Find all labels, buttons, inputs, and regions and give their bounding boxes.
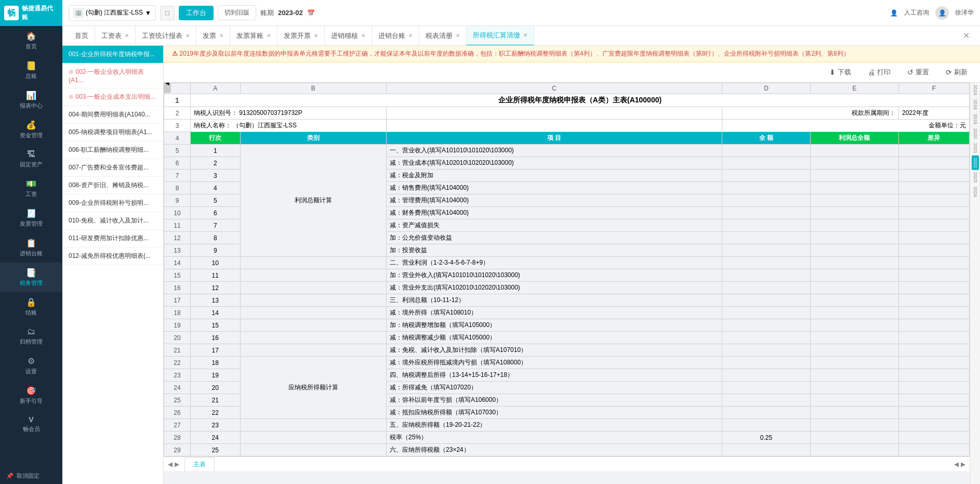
xingci-11: 11 — [190, 269, 240, 282]
sidebar-item-archive[interactable]: 🗂 归档管理 — [0, 322, 62, 351]
tab-invoice-close[interactable]: ✕ — [219, 33, 223, 38]
download-icon: ⬇ — [829, 68, 836, 76]
left-item-004[interactable]: 004-期间费用明细表(A1040... — [62, 106, 163, 124]
sidebar-item-ledger[interactable]: 📒 总账 — [0, 56, 62, 85]
chayi-22 — [898, 407, 969, 419]
error-icon-003: ⊙ — [69, 93, 75, 100]
archive-icon: 🗂 — [27, 327, 35, 336]
left-item-009[interactable]: 009-企业所得税附补亏损明... — [62, 194, 163, 212]
timeline-2020[interactable]: 2020 — [972, 126, 979, 141]
sidebar-item-sales[interactable]: 📋 进销台账 — [0, 233, 62, 263]
tab-sales-ledger[interactable]: 进销台账 ✕ — [372, 26, 419, 46]
chayi-4 — [898, 182, 969, 194]
sidebar-item-assets[interactable]: 💰 资金管理 — [0, 115, 62, 145]
tab-tax-clear[interactable]: 税表清册 ✕ — [419, 26, 467, 46]
tab-payroll[interactable]: 工资表 ✕ — [95, 26, 136, 46]
currency-label-cell: 金额单位：元 — [722, 120, 969, 132]
pin-toggle[interactable]: 📌 取消固定 — [0, 468, 62, 484]
left-item-003[interactable]: ⊙ 003-一般企业成本支出明细... — [62, 88, 163, 106]
tab-sales-check-close[interactable]: ✕ — [361, 33, 365, 38]
sidebar-item-fixed[interactable]: 🏗 固定资产 — [0, 145, 62, 174]
sidebar-item-vip[interactable]: V 畅会员 — [0, 410, 62, 438]
col-header-c: C — [387, 83, 722, 94]
calendar-icon[interactable]: 📅 — [307, 9, 315, 17]
left-item-008[interactable]: 008-资产折旧、摊销及纳税... — [62, 177, 163, 194]
sidebar-item-invoice[interactable]: 🧾 发票管理 — [0, 203, 62, 233]
company-selector[interactable]: 🏢 (勾删) 江西服宝-LSS ▼ — [69, 5, 156, 21]
tab-invoice-open[interactable]: 发票开票 ✕ — [277, 26, 325, 46]
sheet-title: 企业所得税年度纳税申报表（A类）主表(A100000) — [498, 96, 661, 104]
collapse-button[interactable]: ◀ — [164, 83, 171, 93]
quane-22 — [722, 407, 810, 419]
tab-invoice[interactable]: 发票 ✕ — [196, 26, 230, 46]
timeline-2021[interactable]: 2021 — [972, 141, 979, 155]
tab-income-tax[interactable]: 所得税汇算清缴 ✕ — [467, 26, 534, 46]
row-num-9: 9 — [164, 194, 191, 207]
workbench-button[interactable]: 工作台 — [179, 6, 214, 20]
scroll-right-button[interactable]: ▶ — [961, 461, 965, 468]
tab-home[interactable]: 首页 — [69, 26, 95, 46]
tab-invoice-calc-close[interactable]: ✕ — [267, 33, 271, 38]
sidebar-item-tax[interactable]: 📑 税务管理 — [0, 263, 62, 292]
tab-sales-ledger-close[interactable]: ✕ — [408, 33, 413, 38]
timeline-2022[interactable]: 2022 — [972, 155, 979, 170]
tab-tax-clear-close[interactable]: ✕ — [456, 33, 460, 38]
quane-20 — [722, 382, 810, 394]
download-button[interactable]: ⬇ 下载 — [825, 66, 855, 79]
sheet-main[interactable]: ◀ A B C D E F — [164, 83, 970, 484]
left-item-006[interactable]: 006-职工薪酬纳税调整明细... — [62, 141, 163, 159]
window-close-button[interactable]: ✕ — [959, 31, 974, 41]
next-sheet-button[interactable]: ▶ — [175, 461, 179, 468]
xiangmu-5: 减：管理费用(填写A104000) — [387, 194, 722, 207]
sidebar-item-settings[interactable]: ⚙ 设置 — [0, 351, 62, 381]
switch-button[interactable]: 切到旧版 — [218, 5, 256, 20]
left-item-001[interactable]: 001-企业所得税年度纳税申报... — [62, 46, 163, 63]
scroll-left-button[interactable]: ◀ — [954, 461, 959, 468]
left-item-002[interactable]: ⊙ 002-一般企业收入明细表(A1... — [62, 63, 163, 88]
left-item-010[interactable]: 010-免税、减计收入及加计... — [62, 212, 163, 230]
left-item-007[interactable]: 007-广告费和业务宣传费超... — [62, 159, 163, 177]
tab-invoice-calc[interactable]: 发票算账 ✕ — [230, 26, 277, 46]
tab-invoice-calc-label: 发票算账 — [236, 31, 263, 41]
sidebar-item-reports[interactable]: 📊 报表中心 — [0, 85, 62, 115]
tab-main[interactable]: 主表 — [184, 457, 215, 471]
timeline-2016[interactable]: 2016 — [972, 97, 979, 112]
quane-5 — [722, 194, 810, 207]
sidebar-label-payroll: 工资 — [25, 190, 37, 198]
tab-payroll-stats-close[interactable]: ✕ — [186, 33, 190, 38]
sidebar-label-vip: 畅会员 — [23, 425, 40, 433]
sidebar-item-home[interactable]: 🏠 首页 — [0, 26, 62, 56]
xingci-25: 25 — [190, 444, 240, 456]
prev-sheet-button[interactable]: ◀ — [168, 461, 173, 468]
reset-button[interactable]: ↺ 重置 — [903, 66, 933, 79]
xiangmu-18: 减：境外应税所得抵减境内亏损（填写A108000） — [387, 357, 722, 369]
xingci-12: 12 — [190, 282, 240, 294]
left-item-012[interactable]: 012-减免所得税优惠明细表(... — [62, 247, 163, 265]
left-item-011[interactable]: 011-研发费用加计扣除优惠... — [62, 230, 163, 247]
tab-payroll-stats[interactable]: 工资统计报表 ✕ — [136, 26, 196, 46]
row-num-14: 14 — [164, 257, 191, 269]
service-label[interactable]: 人工咨询 — [904, 8, 929, 17]
print-button[interactable]: 🖨 打印 — [864, 66, 895, 79]
timeline-2023[interactable]: 2023 — [972, 170, 979, 185]
sidebar-item-close[interactable]: 🔒 结账 — [0, 292, 62, 322]
row-num-5: 5 — [164, 145, 191, 157]
xingci-8: 8 — [190, 232, 240, 244]
home-icon: 🏠 — [26, 31, 36, 41]
chayi-10 — [898, 257, 969, 269]
timeline-2018[interactable]: 2018 — [972, 112, 979, 126]
tab-income-tax-close[interactable]: ✕ — [523, 32, 527, 38]
quane-3 — [722, 169, 810, 182]
tab-payroll-close[interactable]: ✕ — [125, 33, 129, 38]
logo-text: 畅捷通易代账 — [22, 4, 58, 22]
timeline-2019[interactable]: 2019 — [972, 83, 979, 97]
tab-sales-check[interactable]: 进销稽核 ✕ — [325, 26, 372, 46]
timeline-2024[interactable]: 2024 — [972, 185, 979, 199]
tab-invoice-open-close[interactable]: ✕ — [314, 33, 318, 38]
copy-button[interactable]: ⬚ — [160, 6, 175, 20]
sidebar-item-guide[interactable]: 🎯 新手引导 — [0, 381, 62, 410]
refresh-label: 刷新 — [954, 68, 968, 77]
left-item-005[interactable]: 005-纳税调整项目明细表(A1... — [62, 124, 163, 141]
sidebar-item-payroll[interactable]: 💵 工资 — [0, 174, 62, 203]
refresh-button[interactable]: ⟳ 刷新 — [942, 66, 972, 79]
